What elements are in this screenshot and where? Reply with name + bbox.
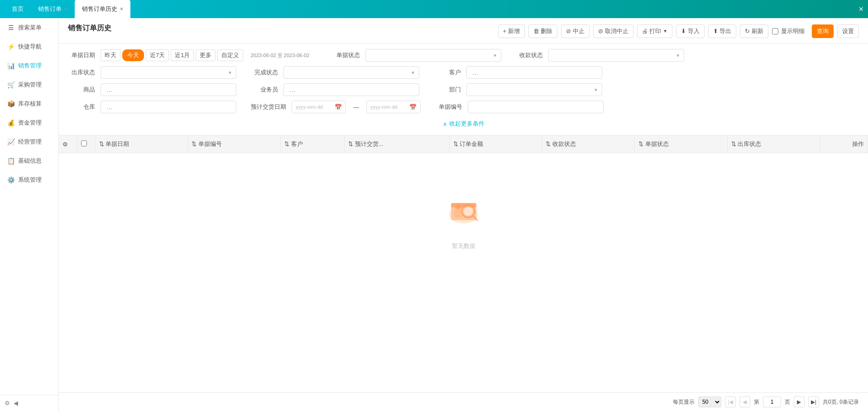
sidebar-collapse-icon[interactable]: ◀ — [14, 400, 18, 406]
collapse-button[interactable]: ∧ 收起更多条件 — [443, 120, 484, 128]
th-order-date[interactable]: ⇅ 单据日期 — [95, 135, 188, 153]
th-order-status[interactable]: ⇅ 单据状态 — [635, 135, 728, 153]
customer-input[interactable]: ... — [466, 66, 602, 79]
th-customer-sort-icon: ⇅ — [284, 140, 291, 147]
sidebar-item-capital-mgmt[interactable]: 💰 资金管理 — [0, 113, 58, 132]
calendar-to-icon[interactable]: 📅 — [409, 104, 417, 111]
sidebar-bottom: ⚙ ◀ — [0, 395, 58, 411]
ship-status-select[interactable]: ▼ — [101, 66, 236, 79]
tab-sales-order[interactable]: 销售订单 × — [31, 0, 75, 18]
sidebar-settings-icon[interactable]: ⚙ — [5, 400, 10, 406]
calendar-from-icon[interactable]: 📅 — [335, 104, 342, 111]
complete-status-select[interactable]: ▼ — [283, 66, 419, 79]
filter-row-2: 出库状态 ▼ 完成状态 ▼ 客户 ... — [68, 66, 859, 79]
print-button[interactable]: 🖨 打印 ▼ — [637, 24, 673, 38]
quick-nav-icon: ⚡ — [7, 43, 14, 50]
date-to-input[interactable]: yyyy-mm-dd 📅 — [366, 101, 421, 113]
payment-status-select[interactable]: ▼ — [548, 49, 684, 62]
prev-page-button[interactable]: ◀ — [739, 396, 750, 407]
ship-status-label: 出库状态 — [68, 68, 95, 77]
stop-button[interactable]: ⊘ 中止 — [561, 24, 590, 38]
next-page-button[interactable]: ▶ — [794, 396, 805, 407]
svg-point-4 — [464, 207, 473, 216]
warehouse-dots[interactable]: ... — [105, 103, 114, 111]
page-header: 销售订单历史 + 新增 🗑 删除 ⊘ 中止 ⊘ 取消中止 🖨 — [59, 18, 868, 44]
customer-dots[interactable]: ... — [470, 68, 480, 77]
last-page-button[interactable]: ▶| — [808, 396, 819, 407]
sidebar-item-system-mgmt[interactable]: ⚙️ 系统管理 — [0, 170, 58, 189]
th-order-status-sort-icon: ⇅ — [638, 140, 645, 147]
data-table: ⚙ ⇅ 单据日期 ⇅ 单据编号 — [59, 135, 868, 153]
th-customer[interactable]: ⇅ 客户 — [281, 135, 345, 153]
th-settings[interactable]: ⚙ — [59, 135, 77, 153]
sidebar-item-basic-info[interactable]: 📋 基础信息 — [0, 151, 58, 170]
date-more-btn[interactable]: 更多 — [196, 49, 216, 61]
order-status-label: 单据状态 — [333, 51, 360, 59]
select-all-checkbox[interactable] — [81, 140, 87, 146]
complete-status-label: 完成状态 — [251, 68, 278, 77]
warehouse-input[interactable]: ... — [101, 101, 236, 113]
page-title: 销售订单历史 — [68, 24, 498, 33]
date-from-input[interactable]: yyyy-mm-dd 📅 — [292, 101, 346, 113]
product-dots[interactable]: ... — [105, 86, 114, 94]
sidebar-item-purchase-mgmt[interactable]: 🛒 采购管理 — [0, 75, 58, 94]
tab-sales-order-history-close[interactable]: × — [120, 6, 123, 12]
page-number-input[interactable] — [763, 396, 781, 407]
sidebar-label-basic-info: 基础信息 — [18, 157, 42, 165]
tab-home-label: 首页 — [12, 5, 24, 13]
date-1month-btn[interactable]: 近1月 — [171, 49, 194, 61]
collapse-row: ∧ 收起更多条件 — [68, 118, 859, 130]
date-7days-btn[interactable]: 近7天 — [146, 49, 169, 61]
refresh-button[interactable]: ↻ 刷新 — [740, 24, 768, 38]
empty-text: 暂无数据 — [452, 242, 475, 250]
tab-sales-order-history[interactable]: 销售订单历史 × — [75, 0, 130, 18]
th-ship-status[interactable]: ⇅ 出库状态 — [727, 135, 820, 153]
settings-button[interactable]: 设置 — [837, 24, 859, 38]
sidebar-item-quick-nav[interactable]: ⚡ 快捷导航 — [0, 37, 58, 56]
th-order-number[interactable]: ⇅ 单据编号 — [188, 135, 281, 153]
date-yesterday-btn[interactable]: 昨天 — [101, 49, 120, 61]
order-status-select[interactable]: ▼ — [365, 49, 501, 62]
settings-icon[interactable]: ⚙ — [62, 141, 68, 148]
th-expected-delivery[interactable]: ⇅ 预计交货... — [345, 135, 449, 153]
query-button[interactable]: 查询 — [812, 24, 834, 38]
order-number-label: 单据编号 — [435, 103, 462, 111]
date-to-placeholder: yyyy-mm-dd — [370, 104, 398, 110]
department-select[interactable]: ▼ — [466, 83, 602, 96]
date-custom-btn[interactable]: 自定义 — [217, 49, 243, 61]
th-order-date-label: ⇅ — [99, 140, 106, 147]
sidebar-item-search-menu[interactable]: ☰ 搜索菜单 — [0, 18, 58, 37]
tab-sales-order-close[interactable]: × — [64, 6, 67, 12]
th-operation: 操作 — [820, 135, 868, 153]
display-detail-checkbox[interactable] — [772, 28, 778, 34]
delete-button[interactable]: 🗑 删除 — [528, 24, 558, 38]
display-toggle: 显示明细 — [772, 27, 805, 35]
sidebar-item-inventory[interactable]: 📦 库存核算 — [0, 94, 58, 113]
per-page-select[interactable]: 20 50 100 — [698, 396, 721, 407]
import-button[interactable]: ⬇ 导入 — [676, 24, 705, 38]
th-ship-status-sort-icon: ⇅ — [731, 140, 738, 147]
sidebar-item-sales-mgmt[interactable]: 📊 销售管理 — [0, 56, 58, 75]
product-input[interactable]: ... — [101, 83, 236, 96]
sidebar-item-operations-mgmt[interactable]: 📈 经营管理 — [0, 132, 58, 151]
salesperson-dots[interactable]: ... — [288, 86, 297, 94]
department-label: 部门 — [434, 86, 461, 94]
basic-info-icon: 📋 — [7, 157, 14, 164]
cancel-stop-button[interactable]: ⊘ 取消中止 — [593, 24, 633, 38]
salesperson-input[interactable]: ... — [283, 83, 419, 96]
export-button[interactable]: ⬆ 导出 — [708, 24, 737, 38]
first-page-button[interactable]: |◀ — [725, 396, 736, 407]
date-today-btn[interactable]: 今天 — [122, 49, 144, 61]
complete-status-arrow-icon: ▼ — [411, 70, 415, 75]
main-layout: ☰ 搜索菜单 ⚡ 快捷导航 📊 销售管理 🛒 采购管理 📦 库存核算 💰 资金管… — [0, 18, 868, 411]
print-arrow-icon: ▼ — [663, 29, 667, 34]
tab-home[interactable]: 首页 — [5, 0, 31, 18]
window-close-icon[interactable]: × — [858, 5, 863, 14]
th-order-amount[interactable]: ⇅ 订单金额 — [449, 135, 542, 153]
operations-mgmt-icon: 📈 — [7, 138, 14, 145]
new-button[interactable]: + 新增 — [498, 24, 525, 38]
th-payment-status[interactable]: ⇅ 收款状态 — [542, 135, 635, 153]
th-checkbox[interactable] — [77, 135, 95, 153]
order-number-input[interactable] — [468, 101, 604, 113]
filter-row-1: 单据日期 昨天 今天 近7天 近1月 更多 — [68, 49, 859, 62]
